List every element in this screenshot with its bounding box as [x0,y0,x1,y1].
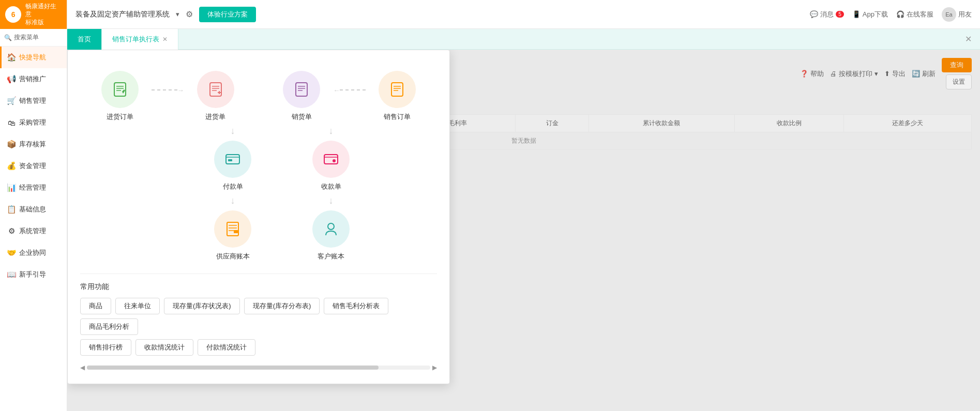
sidebar-item-label: 资金管理 [19,161,46,171]
common-btn-5[interactable]: 商品毛利分析 [80,318,138,335]
tab-home[interactable]: 首页 [67,29,102,50]
headset-icon: 🎧 [896,10,904,18]
quick-nav-icon: 🏠 [7,53,16,62]
scroll-left-icon[interactable]: ◀ [80,364,85,371]
payment-bill-icon [214,141,251,178]
logo-text: 畅康通好生意 标准版 [25,3,62,27]
message-icon: 💬 [810,10,818,18]
sidebar-item-label: 经营管理 [19,183,46,192]
sidebar-item-system[interactable]: ⚙系统管理 [0,220,67,242]
chevron-down-icon: ▾ [176,10,179,18]
basic-info-icon: 📋 [7,205,16,214]
purchase-bill-label: 进货单 [205,112,225,121]
sidebar-item-label: 采购管理 [19,118,46,127]
common-btn-1[interactable]: 往来单位 [115,298,160,314]
common-functions-title: 常用功能 [80,282,437,292]
purchase-order-label: 进货订单 [107,112,133,121]
sidebar-item-quick-nav[interactable]: 🏠快捷导航 [0,47,67,68]
scrollbar-thumb [87,366,379,370]
flow-diagram: 进货订单 → 进货单 [80,63,437,273]
sales-bill-icon [283,71,320,108]
operations-icon: 📊 [7,183,16,192]
scroll-right-icon[interactable]: ▶ [432,364,437,371]
arrow-po-to-pb: → [149,86,186,94]
sales-order-icon [379,71,416,108]
user-menu[interactable]: Ea 用友 [942,7,972,22]
online-service-label: 在线客服 [907,10,933,19]
message-badge: 5 [836,11,844,18]
sidebar-item-purchase[interactable]: 🛍采购管理 [0,112,67,133]
tab-sales-order[interactable]: 销售订单执行表 ✕ [102,29,178,50]
sidebar-item-finance[interactable]: 💰资金管理 [0,155,67,177]
tab-close-main-icon[interactable]: ✕ [957,34,980,44]
app-download-label: App下载 [863,10,888,19]
customer-account-label: 客户账本 [318,252,344,261]
modal-dialog: 进货订单 → 进货单 [67,50,450,384]
sidebar-item-marketing[interactable]: 📢营销推广 [0,68,67,90]
common-btn-3[interactable]: 现存量(库存分布表) [244,298,320,314]
sales-order-label: 销售订单 [384,112,411,121]
finance-icon: 💰 [7,161,16,171]
message-label: 消息 [820,10,834,19]
svg-point-27 [328,223,334,230]
tab-close-icon[interactable]: ✕ [162,36,168,43]
sidebar-nav: 🏠快捷导航📢营销推广🛒销售管理🛍采购管理📦库存核算💰资金管理📊经营管理📋基础信息… [0,47,67,411]
sidebar: 6 畅康通好生意 标准版 🔍 搜索菜单 🏠快捷导航📢营销推广🛒销售管理🛍采购管理… [0,0,67,411]
system-title: 装备及固定资产辅助管理系统 [76,10,170,19]
svg-rect-16 [226,155,239,164]
sidebar-item-operations[interactable]: 📊经营管理 [0,177,67,199]
sidebar-item-sales[interactable]: 🛒销售管理 [0,90,67,112]
flow-node-sales-order[interactable]: 销售订单 [368,71,427,121]
common-btn-6[interactable]: 销售排行榜 [80,339,131,356]
settings-icon[interactable]: ⚙ [186,9,193,19]
online-service-btn[interactable]: 🎧 在线客服 [896,10,933,19]
experience-btn[interactable]: 体验行业方案 [199,7,256,22]
supplier-account-icon [214,210,251,248]
sidebar-item-label: 企业协同 [19,248,46,257]
common-btn-7[interactable]: 收款情况统计 [135,339,193,356]
app-download-btn[interactable]: 📱 App下载 [852,10,888,19]
svg-rect-12 [391,83,403,96]
search-label: 搜索菜单 [14,33,39,42]
svg-rect-19 [324,155,338,164]
customer-account-icon [312,210,350,248]
common-btn-8[interactable]: 付款情况统计 [198,339,255,356]
sidebar-item-label: 基础信息 [19,205,46,214]
sidebar-item-basic-info[interactable]: 📋基础信息 [0,199,67,220]
avatar: Ea [942,7,956,22]
svg-rect-22 [227,222,238,236]
common-btn-0[interactable]: 商品 [80,298,111,314]
arrow-so-to-sb: ← [331,86,368,94]
purchase-icon: 🛍 [7,118,16,127]
enterprise-icon: 🤝 [7,248,16,257]
receipt-bill-label: 收款单 [321,182,341,191]
messages-btn[interactable]: 💬 消息 5 [810,10,844,19]
topbar-right: 💬 消息 5 📱 App下载 🎧 在线客服 Ea 用友 [810,7,972,22]
supplier-account-label: 供应商账本 [216,252,250,261]
common-functions-section: 常用功能 商品往来单位现存量(库存状况表)现存量(库存分布表)销售毛利分析表商品… [80,273,437,356]
receipt-bill-icon [312,141,350,178]
common-btn-2[interactable]: 现存量(库存状况表) [164,298,240,314]
phone-icon: 📱 [852,10,861,18]
flow-node-purchase-order[interactable]: 进货订单 [91,71,149,121]
sidebar-item-inventory[interactable]: 📦库存核算 [0,133,67,155]
system-icon: ⚙ [7,226,16,236]
search-menu[interactable]: 🔍 搜索菜单 [0,29,67,47]
sidebar-item-label: 快捷导航 [19,53,46,62]
purchase-order-icon [101,71,139,108]
svg-rect-0 [114,83,126,96]
system-dropdown[interactable]: ▾ [176,10,179,18]
flow-node-purchase-bill[interactable]: 进货单 [186,71,245,121]
purchase-bill-icon [197,71,234,108]
flow-node-sales-bill[interactable]: 销货单 [272,71,331,121]
sidebar-logo: 6 畅康通好生意 标准版 [0,0,67,29]
sidebar-item-label: 营销推广 [19,74,46,84]
sidebar-item-label: 系统管理 [19,226,46,236]
search-icon: 🔍 [4,34,12,41]
sidebar-item-enterprise[interactable]: 🤝企业协同 [0,242,67,264]
sidebar-item-newbie[interactable]: 📖新手引导 [0,264,67,285]
common-btn-4[interactable]: 销售毛利分析表 [324,298,388,314]
username: 用友 [958,10,972,19]
logo-icon: 6 [5,6,21,23]
tab-home-label: 首页 [78,35,91,44]
